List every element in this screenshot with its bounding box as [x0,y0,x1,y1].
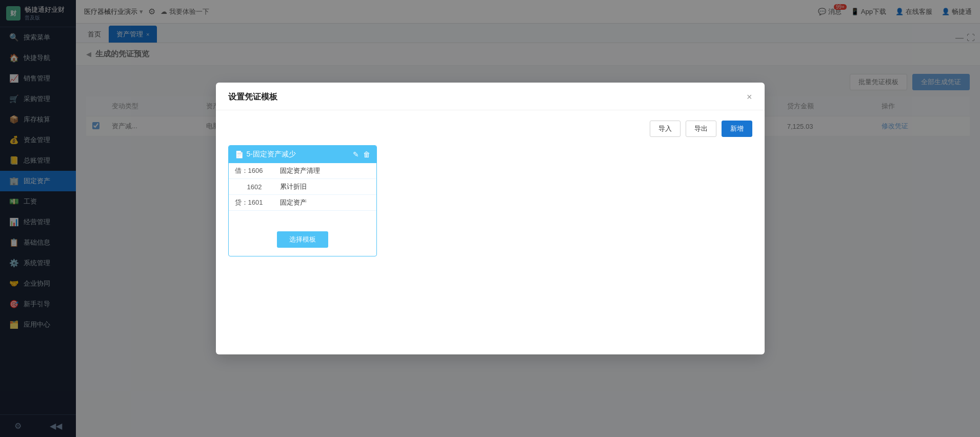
template-row-2: 1602 累计折旧 [229,179,376,195]
template-card-body: 借：1606 固定资产清理 1602 累计折旧 贷：1601 固定资产 [229,163,376,225]
template-row-name-1: 固定资产清理 [280,166,370,175]
template-card-header-left: 📄 5-固定资产减少 [235,150,296,159]
modal-toolbar: 导入 导出 新增 [228,121,752,137]
export-button[interactable]: 导出 [686,121,716,137]
template-card-header-actions: ✎ 🗑 [353,150,370,158]
template-row-1: 借：1606 固定资产清理 [229,163,376,179]
new-template-button[interactable]: 新增 [722,121,752,137]
template-doc-icon: 📄 [235,150,244,158]
template-row-type-3: 贷：1601 [235,198,276,207]
select-template-button[interactable]: 选择模板 [277,231,328,248]
template-edit-icon[interactable]: ✎ [353,150,359,158]
template-row-name-3: 固定资产 [280,198,370,207]
modal-body: 导入 导出 新增 📄 5-固定资产减少 ✎ 🗑 借：1 [216,110,765,354]
modal-header: 设置凭证模板 × [216,83,765,110]
import-button[interactable]: 导入 [650,121,681,137]
template-row-type-2: 1602 [235,183,276,191]
template-grid: 📄 5-固定资产减少 ✎ 🗑 借：1606 固定资产清理 1602 [228,145,752,256]
template-row-type-1: 借：1606 [235,166,276,175]
template-card: 📄 5-固定资产减少 ✎ 🗑 借：1606 固定资产清理 1602 [228,145,377,256]
template-card-header: 📄 5-固定资产减少 ✎ 🗑 [229,146,376,163]
modal-set-voucher-template: 设置凭证模板 × 导入 导出 新增 📄 5-固定资产减少 ✎ 🗑 [216,83,765,354]
modal-close-button[interactable]: × [747,92,752,103]
template-row-4 [229,211,376,225]
template-name: 5-固定资产减少 [247,150,296,159]
modal-title: 设置凭证模板 [228,92,277,103]
template-delete-icon[interactable]: 🗑 [363,150,370,158]
template-row-name-2: 累计折旧 [280,182,370,191]
template-row-3: 贷：1601 固定资产 [229,195,376,211]
